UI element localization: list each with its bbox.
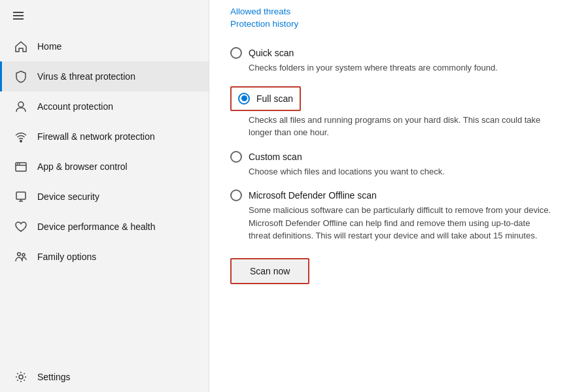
device-icon [14,189,28,204]
wifi-icon [14,129,28,144]
sidebar-item-device-security-label: Device security [37,191,99,202]
sidebar-item-browser-label: App & browser control [37,161,128,172]
top-links: Allowed threats Protection history [230,0,552,42]
quick-scan-desc: Checks folders in your system where thre… [249,61,552,74]
scan-now-button[interactable]: Scan now [230,258,309,284]
custom-scan-option: Custom scan Choose which files and locat… [230,151,552,178]
family-icon [14,250,28,264]
offline-scan-label[interactable]: Microsoft Defender Offline scan [230,189,552,201]
sidebar-item-family[interactable]: Family options [0,242,209,272]
full-scan-option: Full scan Checks all files and running p… [230,86,552,139]
sidebar-item-settings-label: Settings [37,372,71,382]
full-scan-label[interactable]: Full scan [238,93,293,105]
allowed-threats-link[interactable]: Allowed threats [230,7,552,16]
quick-scan-text: Quick scan [249,48,294,58]
person-icon [14,99,28,114]
custom-scan-desc: Choose which files and locations you wan… [249,165,552,178]
sidebar-item-account[interactable]: Account protection [0,91,209,122]
sidebar-item-virus-label: Virus & threat protection [37,71,135,82]
offline-scan-desc: Some malicious software can be particula… [249,204,552,242]
scan-now-wrapper: Scan now [230,258,552,284]
svg-rect-9 [16,192,26,199]
settings-icon [14,370,28,384]
sidebar-item-device-health-label: Device performance & health [37,221,156,232]
full-scan-radio[interactable] [238,93,250,105]
full-scan-desc: Checks all files and running programs on… [249,114,552,139]
sidebar: Home Virus & threat protection Account p… [0,0,209,392]
hamburger-button[interactable] [0,0,209,31]
sidebar-item-firewall-label: Firewall & network protection [37,131,155,142]
quick-scan-radio[interactable] [230,47,242,59]
shield-icon [14,69,28,84]
sidebar-item-browser[interactable]: App & browser control [0,152,209,182]
custom-scan-label[interactable]: Custom scan [230,151,552,163]
svg-point-12 [18,253,21,256]
scan-options: Quick scan Checks folders in your system… [230,47,552,242]
custom-scan-text: Custom scan [249,152,302,162]
svg-point-3 [18,102,24,107]
sidebar-item-device-security[interactable]: Device security [0,182,209,212]
full-scan-highlight-box: Full scan [230,86,301,111]
quick-scan-option: Quick scan Checks folders in your system… [230,47,552,74]
offline-scan-radio[interactable] [230,189,242,201]
full-scan-text: Full scan [256,93,293,104]
sidebar-item-home[interactable]: Home [0,31,209,61]
sidebar-item-family-label: Family options [37,252,96,262]
offline-scan-text: Microsoft Defender Offline scan [249,190,377,201]
heart-icon [14,220,28,234]
svg-point-14 [19,375,23,379]
sidebar-item-device-health[interactable]: Device performance & health [0,212,209,242]
protection-history-link[interactable]: Protection history [230,19,552,29]
sidebar-item-virus[interactable]: Virus & threat protection [0,61,209,91]
home-icon [14,39,28,54]
sidebar-item-firewall[interactable]: Firewall & network protection [0,122,209,152]
browser-icon [14,159,28,174]
main-content: Allowed threats Protection history Quick… [209,0,573,392]
quick-scan-label[interactable]: Quick scan [230,47,552,59]
sidebar-item-home-label: Home [37,41,61,52]
custom-scan-radio[interactable] [230,151,242,163]
offline-scan-option: Microsoft Defender Offline scan Some mal… [230,189,552,242]
svg-point-13 [22,253,25,256]
svg-point-4 [20,140,22,142]
sidebar-item-settings[interactable]: Settings [0,362,209,392]
sidebar-item-account-label: Account protection [37,101,113,112]
